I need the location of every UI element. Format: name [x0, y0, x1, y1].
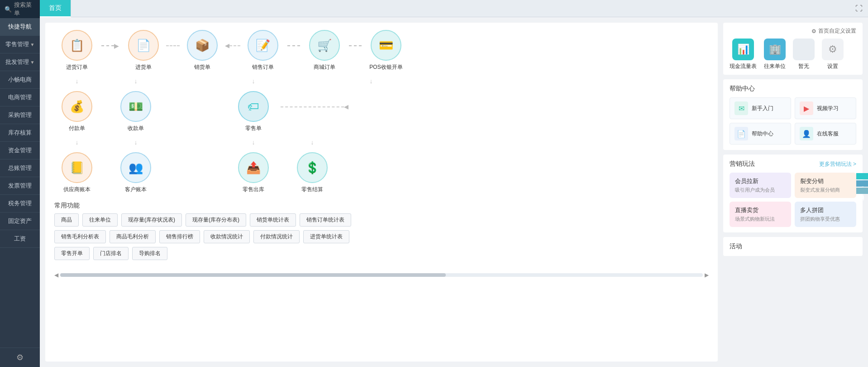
help-label-online-service: 在线客服 — [817, 130, 839, 138]
common-funcs-title: 常用功能 — [54, 202, 709, 210]
func-btn-0-3[interactable]: 现存量(库存分布表) — [186, 213, 246, 227]
sidebar-item-salary[interactable]: 工资 — [0, 230, 40, 248]
marketing-desc-fission-sales: 裂变式发展分销商 — [800, 187, 851, 193]
arrow-1-2: ▶ — [100, 42, 121, 49]
sidebar-item-retail-mgmt[interactable]: 零售管理▼ — [0, 36, 40, 53]
expand-arrow: ▼ — [30, 60, 35, 65]
sidebar-item-fixed-assets[interactable]: 固定资产 — [0, 212, 40, 230]
fullscreen-button[interactable]: ⛶ — [850, 5, 868, 13]
help-icon-help: 📄 — [734, 127, 748, 140]
marketing-item-fission-sales[interactable]: 裂变分销 裂变式发展分销商 — [795, 173, 856, 198]
homepage-settings[interactable]: ⚙ 首页自定义设置 — [730, 27, 856, 35]
node-purchase-receipt: 📄 进货单 — [121, 30, 166, 71]
func-btn-0-0[interactable]: 商品 — [54, 213, 79, 227]
marketing-item-group-buy[interactable]: 多人拼团 拼团购物享受优惠 — [795, 202, 856, 227]
func-btn-1-3[interactable]: 收款情况统计 — [204, 230, 250, 243]
func-btn-0-4[interactable]: 销货单统计表 — [250, 213, 296, 227]
help-item-beginner[interactable]: ✉ 新手入门 — [730, 97, 791, 119]
func-btn-1-2[interactable]: 销售排行榜 — [159, 230, 200, 243]
marketing-item-member-recruit[interactable]: 会员拉新 吸引用户成为会员 — [730, 173, 791, 198]
expand-arrow: ▼ — [30, 42, 35, 47]
scroll-track[interactable] — [60, 273, 703, 277]
help-item-help[interactable]: 📄 帮助中心 — [730, 123, 791, 145]
func-row-1: 销售毛利分析表商品毛利分析销售排行榜收款情况统计付款情况统计进货单统计表 — [54, 230, 709, 243]
func-btn-0-2[interactable]: 现存量(库存状况表) — [121, 213, 182, 227]
func-btn-0-5[interactable]: 销售订单统计表 — [300, 213, 351, 227]
help-center-title: 帮助中心 — [730, 85, 856, 93]
flow-diagram: 📋 进货订单 ▶ 📄 进货单 — [54, 30, 709, 193]
sidebar-search-button[interactable]: 🔍 搜索菜单 — [0, 0, 40, 18]
func-btn-1-4[interactable]: 付款情况统计 — [253, 230, 300, 243]
sidebar-item-xiaochang-ecom[interactable]: 小畅电商 — [0, 71, 40, 89]
float-customer-service[interactable]: 客服热线 — [856, 173, 868, 179]
node-sales-order: 📝 销售订单 — [240, 30, 286, 71]
node-pos-cashier: 💳 POS收银开单 — [363, 30, 409, 71]
func-row-2: 零售开单门店排名导购排名 — [54, 247, 709, 260]
main-white-card: 📋 进货订单 ▶ 📄 进货单 — [45, 23, 718, 362]
sidebar-item-inventory[interactable]: 库存核算 — [0, 124, 40, 142]
down-arrow-retail-out: ↓ — [252, 139, 255, 146]
sidebar-label-finance-mgmt: 资金管理 — [8, 146, 32, 155]
float-desktop-shortcut[interactable]: 桌面快捷 — [856, 188, 868, 194]
marketing-more-link[interactable]: 更多营销玩法 > — [819, 160, 856, 168]
down-arrows-row1: ↓ ↓ ↓ — [54, 77, 709, 85]
common-funcs-section: 常用功能 商品往来单位现存量(库存状况表)现存量(库存分布表)销货单统计表销售订… — [54, 202, 709, 264]
right-top-icons: ⚙ 首页自定义设置 📊 现金流量表 🏢 往来单位 暂无 ⚙ 设置 — [723, 23, 863, 75]
sidebar-item-finance-mgmt[interactable]: 资金管理 — [0, 142, 40, 159]
sidebar-settings-icon[interactable]: ⚙ — [16, 353, 24, 362]
supplier-account-icon: 📒 — [62, 152, 92, 183]
scroll-left-arrow[interactable]: ◀ — [54, 272, 58, 278]
tab-home[interactable]: 首页 — [40, 0, 71, 17]
node-retail-order: 🏷 零售单 — [231, 91, 276, 132]
sidebar-item-invoice-mgmt[interactable]: 发票管理 — [0, 177, 40, 195]
payment-icon: 💰 — [62, 91, 92, 122]
help-icon-video: ▶ — [800, 101, 813, 115]
func-btn-2-2[interactable]: 导购排名 — [132, 247, 167, 260]
icon-tile-none[interactable]: 暂无 — [793, 39, 815, 70]
sidebar-label-xiaochang-ecom: 小畅电商 — [8, 76, 32, 84]
func-btn-2-1[interactable]: 门店排名 — [93, 247, 129, 260]
search-icon: 🔍 — [5, 6, 12, 13]
marketing-header: 营销玩法 更多营销玩法 > — [730, 160, 856, 168]
node-retail-outbound: 📤 零售出库 — [231, 152, 276, 193]
sidebar-item-wholesale-mgmt[interactable]: 批发管理▼ — [0, 53, 40, 71]
func-btn-1-0[interactable]: 销售毛利分析表 — [54, 230, 106, 243]
node-purchase-order: 📋 进货订单 — [54, 30, 100, 71]
help-item-video[interactable]: ▶ 视频学习 — [795, 97, 856, 119]
sidebar-item-purchase-mgmt[interactable]: 采购管理 — [0, 106, 40, 124]
flow-row-2: 💰 付款单 💵 收款单 — [54, 91, 709, 132]
sidebar-item-ecom-mgmt[interactable]: 电商管理 — [0, 89, 40, 106]
float-service-community[interactable]: 服务社区 — [856, 180, 868, 187]
scroll-bar-area: ◀ ▶ — [54, 272, 709, 278]
sidebar-label-purchase-mgmt: 采购管理 — [8, 111, 32, 119]
sidebar-label-wholesale-mgmt: 批发管理 — [5, 58, 29, 66]
marketing-desc-group-buy: 拼团购物享受优惠 — [800, 216, 851, 222]
sidebar-item-tax-mgmt[interactable]: 税务管理 — [0, 195, 40, 212]
sidebar-bottom: ⚙ — [0, 348, 40, 367]
marketing-item-live-selling[interactable]: 直播卖货 场景式购物新玩法 — [730, 202, 791, 227]
flow-row-1: 📋 进货订单 ▶ 📄 进货单 — [54, 30, 709, 71]
sidebar-label-retail-mgmt: 零售管理 — [5, 40, 29, 48]
marketing-title-member-recruit: 会员拉新 — [735, 177, 786, 185]
purchase-order-icon: 📋 — [62, 30, 92, 61]
help-label-beginner: 新手入门 — [752, 105, 773, 112]
arrow-4-5 — [286, 45, 302, 46]
func-row-0: 商品往来单位现存量(库存状况表)现存量(库存分布表)销货单统计表销售订单统计表 — [54, 213, 709, 227]
help-item-online-service[interactable]: 👤 在线客服 — [795, 123, 856, 145]
icon-tile-cash-flow[interactable]: 📊 现金流量表 — [730, 39, 757, 70]
func-btn-1-5[interactable]: 进货单统计表 — [303, 230, 349, 243]
icon-tile-business-partner[interactable]: 🏢 往来单位 — [764, 39, 786, 70]
sidebar-item-general-ledger[interactable]: 总账管理 — [0, 159, 40, 177]
down-arrow-pos: ↓ — [370, 77, 373, 85]
sidebar-label-general-ledger: 总账管理 — [8, 164, 32, 172]
left-panel: 📋 进货订单 ▶ 📄 进货单 — [40, 17, 723, 367]
marketing-desc-live-selling: 场景式购物新玩法 — [735, 216, 786, 222]
icon-tile-settings[interactable]: ⚙ 设置 — [822, 39, 844, 70]
scroll-right-arrow[interactable]: ▶ — [705, 272, 709, 278]
sidebar-label-salary: 工资 — [14, 235, 26, 243]
func-btn-2-0[interactable]: 零售开单 — [54, 247, 90, 260]
sidebar-item-quick-nav[interactable]: 快捷导航 — [0, 18, 40, 36]
marketing-title-live-selling: 直播卖货 — [735, 206, 786, 214]
func-btn-0-1[interactable]: 往来单位 — [82, 213, 118, 227]
func-btn-1-1[interactable]: 商品毛利分析 — [110, 230, 156, 243]
